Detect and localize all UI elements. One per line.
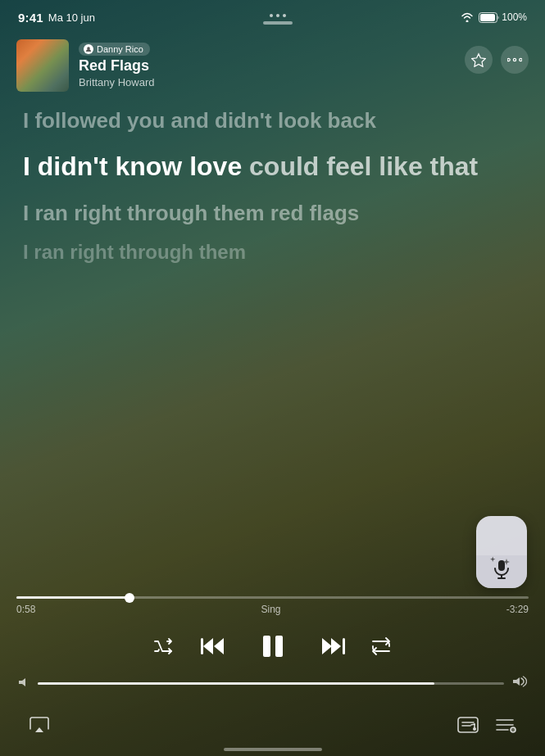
wifi-icon — [461, 12, 474, 22]
svg-rect-17 — [343, 638, 345, 654]
airplay-button[interactable] — [23, 708, 56, 741]
repeat-button[interactable] — [370, 636, 393, 656]
artist-name: Danny Rico — [97, 44, 143, 54]
svg-point-6 — [520, 58, 522, 61]
volume-bar[interactable] — [38, 682, 504, 685]
lyrics-view-button[interactable] — [452, 708, 484, 741]
volume-low-icon — [18, 677, 30, 690]
queue-button[interactable] — [489, 708, 522, 741]
progress-bar[interactable] — [16, 596, 529, 599]
track-album-artist: Brittany Howard — [79, 76, 154, 88]
lyric-active: I didn't know love could feel like that — [23, 150, 522, 184]
progress-remaining: -3:29 — [506, 604, 529, 615]
track-text: Danny Rico Red Flags Brittany Howard — [79, 43, 154, 89]
volume-section[interactable] — [0, 676, 545, 702]
status-bar: 9:41 Ma 10 jun — [0, 0, 545, 29]
svg-rect-13 — [263, 636, 270, 657]
lyric-far: I ran right through them — [23, 239, 522, 265]
now-playing-header: Danny Rico Red Flags Brittany Howard — [0, 33, 545, 98]
more-button[interactable] — [501, 46, 529, 74]
favorite-button[interactable] — [465, 46, 493, 74]
svg-marker-15 — [322, 638, 332, 654]
shuffle-button[interactable] — [153, 637, 176, 655]
mic-icon — [488, 554, 515, 580]
lyric-sung: I didn't know love — [23, 152, 249, 181]
lyrics-area: I followed you and didn't look back I di… — [0, 98, 545, 596]
svg-marker-18 — [19, 678, 25, 686]
svg-rect-1 — [480, 14, 495, 21]
rewind-button[interactable] — [201, 636, 227, 657]
svg-marker-10 — [214, 638, 224, 654]
svg-marker-11 — [203, 638, 213, 654]
svg-marker-3 — [472, 54, 485, 67]
svg-line-26 — [471, 724, 475, 725]
home-indicator — [224, 748, 322, 751]
volume-high-icon — [512, 676, 527, 690]
svg-rect-14 — [275, 636, 283, 657]
battery-percent: 100% — [502, 11, 527, 23]
svg-rect-12 — [201, 638, 203, 654]
status-date: Ma 10 jun — [48, 11, 95, 24]
lyric-past: I followed you and didn't look back — [23, 106, 522, 135]
svg-marker-19 — [513, 677, 520, 686]
track-info: Danny Rico Red Flags Brittany Howard — [16, 39, 154, 92]
svg-point-5 — [513, 58, 515, 61]
progress-fill — [16, 596, 129, 599]
svg-marker-16 — [331, 638, 341, 654]
svg-marker-20 — [35, 727, 43, 732]
lyric-next: I ran right through them red flags — [23, 199, 522, 228]
fast-forward-button[interactable] — [319, 636, 345, 657]
status-time: 9:41 — [18, 11, 43, 25]
progress-elapsed: 0:58 — [16, 604, 35, 615]
battery-icon: 100% — [479, 11, 527, 23]
artist-badge: Danny Rico — [79, 43, 150, 56]
volume-fill — [38, 682, 434, 685]
play-pause-button[interactable] — [252, 625, 294, 668]
drag-handle — [263, 11, 293, 25]
album-art — [16, 39, 69, 92]
svg-point-4 — [507, 58, 510, 61]
sing-mic-widget[interactable] — [476, 516, 527, 588]
track-title: Red Flags — [79, 57, 154, 75]
progress-thumb[interactable] — [125, 593, 134, 603]
progress-labels: 0:58 Sing -3:29 — [16, 604, 529, 615]
lyric-upcoming: could feel like that — [249, 152, 478, 181]
status-icons: 100% — [461, 11, 527, 23]
header-actions — [465, 46, 529, 74]
progress-mode: Sing — [261, 604, 280, 615]
svg-point-30 — [511, 727, 515, 732]
artist-avatar — [84, 44, 93, 54]
progress-section[interactable]: 0:58 Sing -3:29 — [0, 596, 545, 615]
playback-controls — [0, 618, 545, 676]
